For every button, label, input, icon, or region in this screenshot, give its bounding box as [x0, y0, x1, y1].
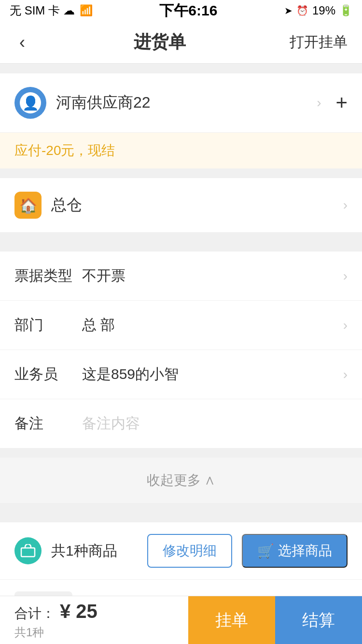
department-label: 部门 — [14, 315, 82, 335]
battery-percent: 19% — [312, 4, 335, 17]
svg-rect-0 — [21, 548, 35, 557]
supplier-avatar: 👤 — [14, 87, 46, 119]
department-row[interactable]: 部门 总 部 › — [0, 301, 362, 350]
open-hang-button[interactable]: 打开挂单 — [290, 32, 348, 52]
add-supplier-button[interactable]: + — [335, 91, 348, 114]
supplier-name: 河南供应商22 — [56, 92, 317, 113]
invoice-type-value: 不开票 — [82, 266, 343, 286]
total-amount: ¥ 25 — [60, 601, 97, 622]
total-row: 合计： ¥ 25 — [14, 601, 174, 623]
collapse-button[interactable]: 收起更多 ∧ — [0, 458, 362, 503]
back-button[interactable]: ‹ — [14, 28, 30, 57]
avatar-inner: 👤 — [20, 92, 41, 113]
department-chevron-icon: › — [343, 318, 348, 333]
form-section: 票据类型 不开票 › 部门 总 部 › 业务员 这是859的小智 › 备注 备注… — [0, 252, 362, 448]
select-product-icon: 🛒 — [257, 543, 274, 559]
invoice-chevron-icon: › — [343, 268, 348, 284]
remarks-placeholder: 备注内容 — [82, 414, 348, 434]
product-header: 共1种商品 修改明细 🛒 选择商品 — [0, 522, 362, 580]
salesperson-label: 业务员 — [14, 364, 82, 384]
warehouse-name: 总仓 — [51, 195, 343, 216]
remarks-row[interactable]: 备注 备注内容 — [0, 399, 362, 448]
invoice-type-label: 票据类型 — [14, 266, 82, 286]
battery-icon: 🔋 — [339, 4, 352, 17]
supplier-alert: 应付-20元，现结 — [0, 133, 362, 168]
status-bar: 无 SIM 卡 ☁ 📶 下午6:16 ➤ ⏰ 19% 🔋 — [0, 0, 362, 21]
department-value: 总 部 — [82, 315, 343, 335]
status-time: 下午6:16 — [159, 1, 217, 21]
wifi-icon: 📶 — [80, 4, 93, 17]
supplier-card: 👤 河南供应商22 › + 应付-20元，现结 — [0, 73, 362, 168]
select-product-label: 选择商品 — [278, 542, 332, 560]
no-sim-text: 无 SIM 卡 ☁ — [10, 3, 75, 18]
section-divider-4 — [0, 503, 362, 513]
total-label: 合计： — [14, 604, 55, 623]
warehouse-chevron-icon: › — [343, 197, 348, 213]
supplier-row[interactable]: 👤 河南供应商22 › + — [0, 73, 362, 133]
page-title: 进货单 — [134, 30, 186, 54]
nav-bar: ‹ 进货单 打开挂单 — [0, 21, 362, 64]
alarm-icon: ⏰ — [296, 5, 308, 16]
edit-detail-button[interactable]: 修改明细 — [147, 534, 232, 568]
remarks-label: 备注 — [14, 414, 82, 434]
salesperson-chevron-icon: › — [343, 367, 348, 382]
section-divider-2 — [0, 168, 362, 178]
product-count-label: 共1种商品 — [51, 541, 147, 561]
warehouse-icon: 🏠 — [14, 192, 42, 219]
status-left: 无 SIM 卡 ☁ 📶 — [10, 3, 93, 18]
supplier-chevron-icon: › — [317, 95, 321, 111]
salesperson-value: 这是859的小智 — [82, 364, 343, 384]
warehouse-row[interactable]: 🏠 总仓 › — [0, 178, 362, 232]
warehouse-card: 🏠 总仓 › — [0, 178, 362, 232]
person-icon: 👤 — [22, 95, 39, 111]
salesperson-row[interactable]: 业务员 这是859的小智 › — [0, 350, 362, 399]
product-icon — [14, 537, 42, 564]
bottom-total-section: 合计： ¥ 25 共1种 — [0, 596, 188, 644]
hang-order-button[interactable]: 挂单 — [188, 596, 275, 644]
status-right: ➤ ⏰ 19% 🔋 — [284, 4, 352, 17]
bottom-bar: 合计： ¥ 25 共1种 挂单 结算 — [0, 596, 362, 644]
select-product-button[interactable]: 🛒 选择商品 — [242, 534, 348, 568]
section-divider-3 — [0, 232, 362, 242]
total-sub-label: 共1种 — [14, 625, 174, 640]
invoice-type-row[interactable]: 票据类型 不开票 › — [0, 252, 362, 301]
section-divider-1 — [0, 64, 362, 73]
checkout-button[interactable]: 结算 — [275, 596, 362, 644]
location-icon: ➤ — [284, 5, 292, 16]
